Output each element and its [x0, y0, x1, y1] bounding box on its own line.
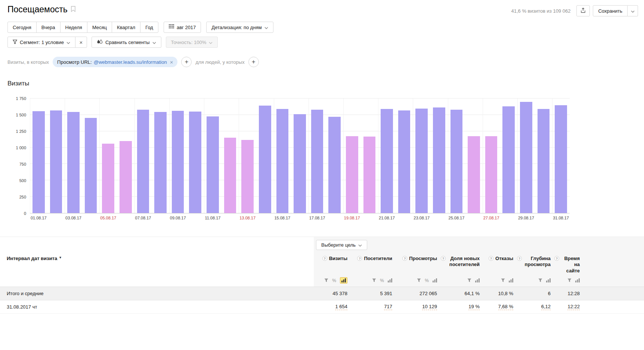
chart-bar[interactable]: [102, 144, 114, 213]
column-header[interactable]: ?Посетители: [351, 253, 396, 274]
chart-bar[interactable]: [415, 109, 428, 213]
metric-value[interactable]: 12:22: [567, 304, 580, 310]
chart-bar[interactable]: [538, 109, 550, 213]
filter-tool-icon[interactable]: [467, 278, 471, 282]
chart-tool-icon[interactable]: [340, 277, 347, 284]
column-header[interactable]: ?Отказы: [483, 253, 517, 274]
add-people-condition-button[interactable]: +: [248, 57, 259, 67]
chart-bar[interactable]: [433, 107, 445, 213]
column-header[interactable]: ?Глубина просмотра: [517, 253, 554, 274]
detalization-label: Детализация: по дням: [211, 25, 261, 30]
chart-bar[interactable]: [485, 136, 498, 213]
chart-bar[interactable]: [468, 136, 480, 213]
period-button-6[interactable]: Год: [140, 22, 158, 33]
help-icon[interactable]: ?: [489, 256, 493, 261]
calendar-grid-icon: [169, 24, 174, 30]
chart-bar[interactable]: [32, 111, 45, 213]
filter-tool-icon[interactable]: [417, 278, 421, 282]
column-header[interactable]: ?Просмотры: [396, 253, 441, 274]
chart-bar[interactable]: [451, 110, 463, 213]
chart-bar[interactable]: [259, 106, 271, 213]
chart-tool-icon[interactable]: [575, 278, 580, 282]
percent-tool-icon[interactable]: %: [332, 278, 336, 283]
chart-tool-icon[interactable]: [546, 278, 551, 282]
metric-value[interactable]: 7,68 %: [498, 304, 513, 310]
percent-tool-icon[interactable]: %: [380, 278, 384, 283]
chart-bar[interactable]: [172, 111, 184, 213]
column-header[interactable]: ?Визиты: [314, 253, 351, 274]
date-interval-header[interactable]: Интервал дат визита ▾: [0, 253, 314, 274]
filter-tool-icon[interactable]: [324, 278, 328, 282]
chart-bar[interactable]: [363, 137, 376, 213]
column-header[interactable]: ?Время на сайте: [554, 253, 583, 274]
compare-segments-button[interactable]: Сравнить сегменты: [92, 37, 161, 48]
chart-slot: [291, 99, 309, 213]
chart-bar[interactable]: [311, 110, 323, 213]
segment-button[interactable]: Сегмент: 1 условие: [7, 37, 75, 48]
chart-bar[interactable]: [120, 141, 132, 213]
chart-bar[interactable]: [398, 110, 411, 213]
column-header[interactable]: ?Доля новых посетителей: [441, 253, 483, 274]
chart-bar[interactable]: [346, 136, 358, 213]
help-icon[interactable]: ?: [517, 256, 522, 261]
chart-bar[interactable]: [137, 110, 149, 213]
url-filter-chip[interactable]: Просмотр URL: @webmaster.leads.su/inform…: [53, 57, 177, 67]
period-button-3[interactable]: Неделя: [60, 22, 87, 33]
period-button-4[interactable]: Месяц: [87, 22, 112, 33]
filter-tool-icon[interactable]: [538, 278, 542, 282]
period-button-2[interactable]: Вчера: [36, 22, 61, 33]
help-icon[interactable]: ?: [322, 256, 327, 261]
chart-bar[interactable]: [189, 112, 201, 213]
column-label: Доля новых посетителей: [448, 256, 480, 274]
accuracy-button[interactable]: Точность: 100%: [166, 37, 218, 48]
chart-bar[interactable]: [276, 109, 289, 213]
filter-tool-icon[interactable]: [372, 278, 376, 282]
chart-bar[interactable]: [50, 110, 62, 213]
chart-tool-icon[interactable]: [475, 278, 480, 282]
calendar-button[interactable]: авг 2017: [164, 22, 201, 33]
filter-tool-icon[interactable]: [501, 278, 505, 282]
calendar-label: авг 2017: [177, 25, 196, 30]
metric-value[interactable]: 19 %: [468, 304, 480, 310]
row-date-label[interactable]: 31.08.2017 чт: [0, 300, 314, 313]
chart-bar[interactable]: [207, 116, 219, 213]
chart-tool-icon[interactable]: [388, 278, 392, 282]
period-button-5[interactable]: Квартал: [112, 22, 140, 33]
chip-remove-icon[interactable]: ×: [170, 59, 173, 65]
chart-bar[interactable]: [224, 138, 236, 213]
chart-bar[interactable]: [381, 109, 393, 213]
metric-value[interactable]: 6,12: [541, 304, 551, 310]
chart-bar[interactable]: [154, 112, 167, 213]
period-button-1[interactable]: Сегодня: [7, 22, 37, 33]
help-icon[interactable]: ?: [554, 256, 559, 261]
metric-value[interactable]: 10 129: [422, 304, 437, 310]
column-label: Глубина просмотра: [524, 256, 551, 274]
export-button[interactable]: [576, 5, 590, 16]
help-icon[interactable]: ?: [357, 256, 362, 261]
chart-bar[interactable]: [85, 118, 97, 213]
chip-url-link[interactable]: @webmaster.leads.su/information: [94, 59, 167, 65]
chart-bar[interactable]: [67, 112, 80, 213]
filter-tool-icon[interactable]: [567, 278, 572, 282]
detalization-button[interactable]: Детализация: по дням: [206, 22, 273, 33]
bookmark-icon[interactable]: [71, 6, 75, 13]
metric-value[interactable]: 717: [384, 304, 392, 310]
chart-bar[interactable]: [502, 106, 515, 213]
help-icon[interactable]: ?: [441, 256, 446, 261]
chart-bar[interactable]: [328, 117, 341, 213]
chart-tool-icon[interactable]: [509, 278, 513, 282]
select-goal-button[interactable]: Выберите цель: [316, 240, 367, 250]
chart-tool-icon[interactable]: [433, 278, 437, 282]
chart-bar[interactable]: [241, 140, 254, 213]
percent-tool-icon[interactable]: %: [425, 278, 429, 283]
save-button[interactable]: Сохранить: [593, 5, 628, 16]
add-visit-condition-button[interactable]: +: [181, 57, 192, 67]
chart-bar[interactable]: [555, 105, 567, 213]
chart-bar[interactable]: [520, 102, 532, 213]
help-icon[interactable]: ?: [402, 256, 407, 261]
chart-bar[interactable]: [294, 114, 306, 213]
save-dropdown-button[interactable]: [628, 5, 638, 16]
metric-value[interactable]: 1 654: [335, 304, 347, 310]
chevron-down-icon: [631, 8, 635, 14]
segment-clear-button[interactable]: ×: [75, 37, 87, 48]
